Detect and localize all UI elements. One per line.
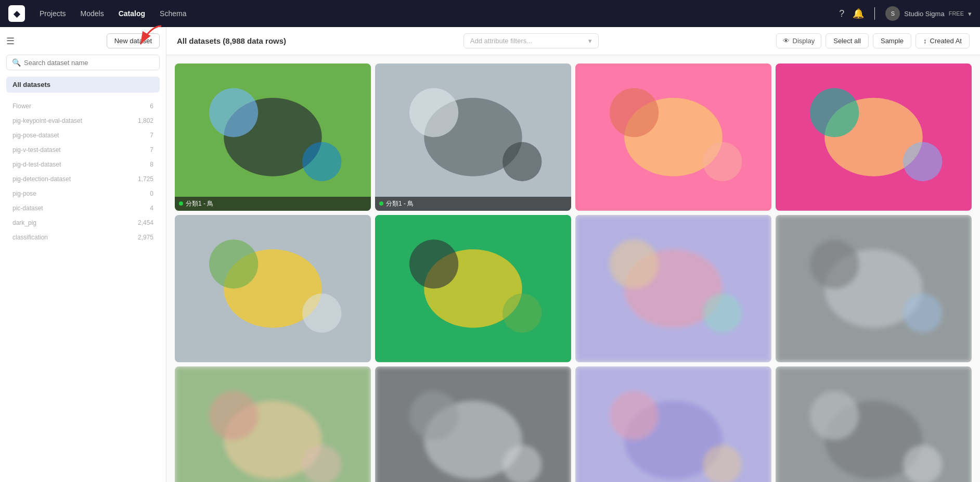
nav-catalog[interactable]: Catalog (112, 6, 151, 21)
nav-models[interactable]: Models (74, 6, 110, 21)
grid-cell[interactable] (575, 366, 771, 483)
dataset-name: pig-detection-dataset (12, 175, 71, 183)
layout: ☰ New dataset 🔍 All datasets Flower6pig-… (0, 27, 980, 482)
svg-point-12 (703, 142, 742, 181)
dataset-list-item[interactable]: classification2,975 (6, 230, 160, 245)
svg-point-8 (502, 142, 541, 181)
select-all-button[interactable]: Select all (826, 33, 869, 48)
sidebar-header: ☰ New dataset (6, 33, 160, 48)
dataset-list-item[interactable]: Flower6 (6, 99, 160, 113)
sort-icon: ↕ (923, 37, 927, 45)
image-grid-area: 分類1 - 鳥 分類1 - 鳥 (166, 55, 980, 482)
dataset-list-item[interactable]: pig-v-test-dataset7 (6, 143, 160, 157)
dataset-count: 1,725 (138, 175, 153, 183)
hamburger-icon[interactable]: ☰ (6, 35, 15, 47)
eye-icon: 👁 (783, 37, 790, 45)
dataset-list-item[interactable]: pic-dataset4 (6, 201, 160, 215)
nav-projects[interactable]: Projects (33, 6, 72, 21)
dataset-name: classification (12, 234, 48, 241)
filter-dropdown[interactable]: Add attribute filters... ▾ (463, 33, 599, 48)
dataset-name: pic-dataset (12, 205, 43, 212)
grid-cell[interactable] (375, 215, 571, 362)
dataset-count: 7 (150, 146, 153, 154)
dataset-list-item[interactable]: pig-d-test-dataset8 (6, 157, 160, 172)
user-menu[interactable]: S Studio Sigma FREE ▾ (885, 6, 972, 21)
svg-rect-49 (575, 366, 771, 483)
grid-cell[interactable] (776, 215, 972, 362)
chevron-down-icon: ▾ (968, 10, 972, 18)
svg-rect-34 (776, 215, 972, 362)
label-badge: 分類1 - 鳥 (175, 197, 371, 211)
dataset-count: 1,802 (138, 117, 153, 124)
logo[interactable]: ◆ (8, 5, 25, 22)
dataset-list-item[interactable]: pig-keypoint-eval-dataset1,802 (6, 113, 160, 128)
avatar: S (885, 6, 900, 21)
toolbar-right: 👁 Display Select all Sample ↕ Created At (776, 33, 970, 48)
image-grid: 分類1 - 鳥 分類1 - 鳥 (175, 64, 972, 482)
svg-rect-29 (575, 215, 771, 362)
notification-icon[interactable]: 🔔 (853, 8, 864, 19)
dataset-list: Flower6pig-keypoint-eval-dataset1,802pig… (6, 99, 160, 245)
grid-cell[interactable]: 分類1 - 鳥 (375, 64, 571, 211)
svg-rect-54 (776, 366, 972, 483)
page-title: All datasets (8,988 data rows) (177, 36, 286, 45)
svg-point-16 (903, 142, 942, 181)
svg-point-4 (302, 142, 341, 181)
dataset-name: pig-v-test-dataset (12, 146, 61, 154)
svg-rect-44 (375, 366, 571, 483)
dataset-name: Flower (12, 103, 31, 110)
grid-cell[interactable] (776, 64, 972, 211)
dataset-list-item[interactable]: pig-pose-dataset7 (6, 128, 160, 143)
grid-cell[interactable]: 分類1 - 鳥 (175, 64, 371, 211)
dataset-count: 2,975 (138, 234, 153, 241)
toolbar: All datasets (8,988 data rows) Add attri… (166, 27, 980, 55)
dataset-count: 2,454 (138, 219, 153, 226)
dataset-count: 7 (150, 132, 153, 139)
svg-point-15 (810, 88, 859, 137)
search-icon: 🔍 (12, 58, 21, 67)
dataset-list-item[interactable]: dark_pig2,454 (6, 215, 160, 230)
all-datasets-item[interactable]: All datasets (6, 77, 160, 93)
search-input[interactable] (24, 59, 154, 67)
svg-point-11 (610, 88, 659, 137)
display-label: Display (793, 37, 815, 45)
sample-button[interactable]: Sample (873, 33, 911, 48)
grid-cell[interactable] (175, 366, 371, 483)
svg-point-19 (209, 239, 258, 288)
created-at-label: Created At (930, 37, 962, 45)
grid-cell[interactable] (776, 366, 972, 483)
chevron-down-icon: ▾ (588, 37, 592, 45)
grid-cell[interactable] (575, 64, 771, 211)
nav-right: ? 🔔 S Studio Sigma FREE ▾ (839, 6, 972, 21)
filter-placeholder: Add attribute filters... (470, 37, 532, 45)
label-badge: 分類1 - 鳥 (375, 197, 571, 211)
help-icon[interactable]: ? (839, 8, 844, 19)
dataset-list-item[interactable]: pig-detection-dataset1,725 (6, 172, 160, 186)
grid-cell[interactable] (575, 215, 771, 362)
new-dataset-button[interactable]: New dataset (107, 33, 160, 48)
sidebar: ☰ New dataset 🔍 All datasets Flower6pig-… (0, 27, 166, 482)
dataset-count: 4 (150, 205, 153, 212)
grid-cell[interactable] (175, 215, 371, 362)
created-at-button[interactable]: ↕ Created At (915, 33, 970, 48)
user-name: Studio Sigma (904, 10, 944, 18)
label-dot (379, 201, 383, 206)
label-text: 分類1 - 鳥 (386, 199, 414, 208)
toolbar-left: All datasets (8,988 data rows) (177, 36, 286, 45)
dataset-name: pig-keypoint-eval-dataset (12, 117, 82, 124)
display-button[interactable]: 👁 Display (776, 33, 822, 48)
dataset-name: pig-pose-dataset (12, 132, 59, 139)
grid-cell[interactable] (375, 366, 571, 483)
label-text: 分類1 - 鳥 (186, 199, 213, 208)
dataset-count: 0 (150, 190, 153, 197)
svg-point-20 (302, 294, 341, 333)
nav-divider (874, 7, 875, 20)
label-dot (179, 201, 183, 206)
main-content: All datasets (8,988 data rows) Add attri… (166, 27, 980, 482)
svg-point-3 (209, 88, 258, 137)
dataset-list-item[interactable]: pig-pose0 (6, 186, 160, 201)
dataset-count: 8 (150, 161, 153, 168)
nav-schema[interactable]: Schema (153, 6, 192, 21)
svg-rect-39 (175, 366, 371, 483)
top-navigation: ◆ Projects Models Catalog Schema ? 🔔 S S… (0, 0, 980, 27)
